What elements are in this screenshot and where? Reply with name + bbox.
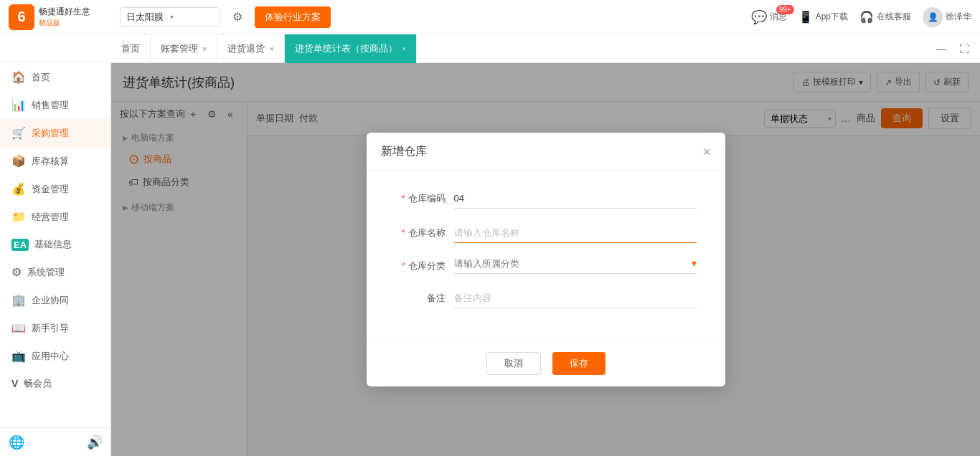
sidebar-item-sales[interactable]: 📊 销售管理 — [0, 91, 110, 119]
sidebar-item-guide[interactable]: 📖 新手引导 — [0, 314, 110, 342]
save-button[interactable]: 保存 — [552, 352, 606, 375]
sidebar-item-inventory[interactable]: 📦 库存核算 — [0, 147, 110, 175]
tab-maximize-icon[interactable]: ⛶ — [954, 39, 974, 59]
tab-home[interactable]: 首页 — [111, 34, 151, 63]
main-layout: 🏠 首页 📊 销售管理 🛒 采购管理 📦 库存核算 💰 资金管理 📁 经营管理 … — [0, 63, 980, 456]
user-menu[interactable]: 👤 徐泽华 — [923, 7, 971, 27]
dialog-title: 新增仓库 — [381, 144, 427, 159]
category-select-wrap[interactable]: ▾ — [454, 257, 697, 274]
dialog-header: 新增仓库 × — [367, 133, 725, 171]
dialog-body: 仓库编码 仓库名称 仓库分类 ▾ — [367, 171, 725, 340]
sidebar-item-basic[interactable]: EA 基础信息 — [0, 231, 110, 258]
sidebar-item-apps[interactable]: 📺 应用中心 — [0, 342, 110, 370]
form-row-category: 仓库分类 ▾ — [395, 257, 697, 274]
form-row-name: 仓库名称 — [395, 223, 697, 243]
operation-icon: 📁 — [11, 210, 26, 224]
finance-icon: 💰 — [11, 182, 26, 196]
purchase-icon: 🛒 — [11, 126, 26, 140]
tab-purchase-return[interactable]: 进货退货 × — [217, 34, 284, 63]
form-row-remark: 备注 — [395, 288, 697, 308]
tab-actions: — ⛶ — [931, 39, 980, 59]
sales-icon: 📊 — [11, 98, 26, 112]
store-select[interactable]: 日太阳膜 ▾ — [120, 7, 220, 27]
sound-icon[interactable]: 🔊 — [87, 434, 103, 450]
close-icon[interactable]: × — [202, 44, 207, 53]
close-icon[interactable]: × — [402, 44, 406, 53]
close-icon[interactable]: × — [269, 44, 273, 53]
remark-label: 备注 — [395, 292, 446, 305]
apps-icon: 📺 — [11, 349, 26, 363]
tab-purchase-stats[interactable]: 进货单统计表（按商品） × — [285, 34, 417, 63]
avatar: 👤 — [923, 7, 943, 27]
logo-icon: 6 — [9, 4, 34, 30]
messages-button[interactable]: 💬 消息 99+ — [751, 9, 787, 25]
dialog-new-warehouse: 新增仓库 × 仓库编码 仓库名称 仓库 — [367, 133, 725, 386]
sidebar: 🏠 首页 📊 销售管理 🛒 采购管理 📦 库存核算 💰 资金管理 📁 经营管理 … — [0, 63, 111, 456]
top-header: 6 畅捷通好生意 精品版 日太阳膜 ▾ ⚙ 体验行业方案 💬 消息 99+ 📱 … — [0, 0, 980, 34]
sidebar-item-purchase[interactable]: 🛒 采购管理 — [0, 119, 110, 147]
content-area: 进货单统计(按商品) 🖨 按模板打印 ▾ ↗ 导出 ↺ 刷新 — [111, 63, 980, 456]
enterprise-icon: 🏢 — [11, 293, 26, 307]
logo-area: 6 畅捷通好生意 精品版 — [9, 4, 120, 30]
tab-bar: 首页 账套管理 × 进货退货 × 进货单统计表（按商品） × — ⛶ — [0, 34, 980, 63]
sidebar-item-home[interactable]: 🏠 首页 — [0, 63, 110, 91]
globe-icon[interactable]: 🌐 — [9, 434, 24, 450]
dialog-footer: 取消 保存 — [367, 340, 725, 386]
vip-icon: V — [11, 378, 18, 389]
trial-button[interactable]: 体验行业方案 — [255, 6, 331, 28]
guide-icon: 📖 — [11, 321, 26, 335]
logo-text: 畅捷通好生意 精品版 — [39, 6, 90, 27]
tab-minimize-icon[interactable]: — — [931, 39, 951, 59]
name-input[interactable] — [454, 223, 697, 243]
sidebar-item-operation[interactable]: 📁 经营管理 — [0, 203, 110, 231]
name-label: 仓库名称 — [395, 227, 446, 239]
basic-icon: EA — [11, 239, 29, 251]
sidebar-item-enterprise[interactable]: 🏢 企业协同 — [0, 286, 110, 314]
settings-icon[interactable]: ⚙ — [226, 6, 249, 29]
home-icon: 🏠 — [11, 70, 26, 84]
code-label: 仓库编码 — [395, 192, 446, 205]
form-row-code: 仓库编码 — [395, 189, 697, 209]
remark-input[interactable] — [454, 288, 697, 308]
inventory-icon: 📦 — [11, 154, 26, 168]
dialog-close-button[interactable]: × — [703, 146, 711, 158]
cancel-button[interactable]: 取消 — [486, 352, 541, 375]
sidebar-item-vip[interactable]: V 畅会员 — [0, 370, 110, 397]
system-icon: ⚙ — [11, 265, 22, 279]
header-right: 💬 消息 99+ 📱 App下载 🎧 在线客服 👤 徐泽华 — [751, 7, 971, 27]
modal-overlay[interactable]: 新增仓库 × 仓库编码 仓库名称 仓库 — [111, 63, 980, 456]
message-badge: 99+ — [776, 5, 794, 14]
app-download-button[interactable]: 📱 App下载 — [798, 10, 848, 24]
chevron-down-icon: ▾ — [170, 13, 211, 21]
tab-accounts[interactable]: 账套管理 × — [151, 34, 217, 63]
category-input[interactable] — [454, 258, 692, 269]
sidebar-bottom: 🌐 🔊 — [0, 427, 111, 456]
sidebar-item-finance[interactable]: 💰 资金管理 — [0, 175, 110, 203]
code-input[interactable] — [454, 189, 697, 209]
category-label: 仓库分类 — [395, 260, 446, 272]
online-service-button[interactable]: 🎧 在线客服 — [859, 10, 911, 24]
dropdown-arrow-icon: ▾ — [692, 257, 697, 269]
sidebar-item-system[interactable]: ⚙ 系统管理 — [0, 258, 110, 286]
